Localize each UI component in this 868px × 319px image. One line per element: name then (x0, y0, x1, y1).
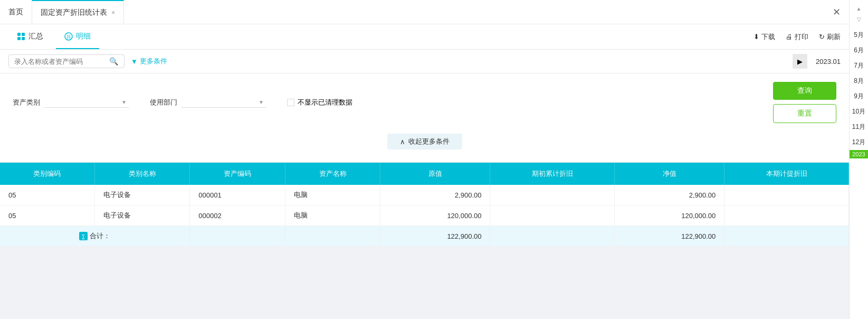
department-dropdown-icon: ▼ (259, 99, 264, 105)
cell-category-name: 电子设备 (94, 185, 189, 205)
sidebar-month-item[interactable]: 6月 (850, 43, 867, 58)
sidebar-month-item[interactable]: 5月 (850, 27, 867, 43)
year-badge: 2023 (850, 150, 868, 158)
no-cleared-label: 不显示已清理数据 (298, 98, 352, 107)
print-icon: 🖨 (786, 33, 793, 41)
refresh-button[interactable]: ↻ 刷新 (819, 32, 841, 42)
svg-rect-2 (17, 37, 21, 40)
download-label: 下载 (761, 32, 775, 42)
collapse-button[interactable]: ∧ 收起更多条件 (387, 134, 462, 149)
col-asset-name: 资产名称 (285, 163, 380, 185)
tab-detail[interactable]: 目 明细 (56, 24, 99, 49)
no-cleared-checkbox[interactable] (287, 99, 294, 106)
query-button[interactable]: 查询 (773, 82, 836, 100)
sidebar-down-arrow[interactable]: ▽ (853, 15, 865, 23)
total-net-value: 122,900.00 (615, 226, 724, 247)
collapse-row: ∧ 收起更多条件 (13, 129, 836, 154)
cell-asset-code: 000001 (190, 185, 285, 205)
cell-accumulated-depreciation (490, 205, 615, 226)
filter-button[interactable]: ▼ 更多条件 (131, 57, 167, 66)
total-current-depreciation (724, 226, 849, 247)
col-current-depreciation: 本期计提折旧 (724, 163, 849, 185)
cell-category-code: 05 (0, 205, 94, 226)
reset-button[interactable]: 重置 (773, 104, 836, 123)
cell-original-value: 2,900.00 (380, 185, 490, 205)
detail-icon: 目 (64, 32, 73, 41)
cell-asset-name: 电脑 (285, 205, 380, 226)
table-row[interactable]: 05 电子设备 000002 电脑 120,000.00 120,000.00 (0, 205, 849, 226)
total-original-value: 122,900.00 (380, 226, 490, 247)
search-bar: 🔍 ▼ 更多条件 ▶ 2023.01 (0, 50, 849, 73)
search-input[interactable] (14, 58, 109, 65)
filter-buttons: 查询 重置 (773, 82, 836, 123)
cell-original-value: 120,000.00 (380, 205, 490, 226)
asset-type-select[interactable]: ▼ (44, 97, 129, 108)
filter-row: 资产类别 ▼ 使用部门 ▼ 不显示已清理数据 查询 重置 (13, 82, 836, 123)
cell-current-depreciation (724, 185, 849, 205)
sidebar-up-arrow[interactable]: ▲ (853, 4, 865, 13)
collapse-label: 收起更多条件 (408, 137, 450, 146)
search-input-wrapper[interactable]: 🔍 (8, 54, 125, 68)
asset-type-dropdown-icon: ▼ (121, 99, 127, 105)
data-table: 类别编码 类别名称 资产编码 资产名称 原值 期初累计折旧 净值 本期计提折旧 … (0, 163, 849, 247)
tab-close-icon[interactable]: × (111, 9, 115, 16)
cell-category-name: 电子设备 (94, 205, 189, 226)
cell-current-depreciation (724, 205, 849, 226)
tab-title: 固定资产折旧统计表 (41, 8, 107, 17)
collapse-icon: ∧ (400, 138, 405, 146)
cell-accumulated-depreciation (490, 185, 615, 205)
sidebar-month-item[interactable]: 12月 (850, 135, 867, 150)
department-select[interactable]: ▼ (182, 97, 266, 108)
col-asset-code: 资产编码 (190, 163, 285, 185)
svg-rect-3 (22, 37, 25, 40)
col-category-code: 类别编码 (0, 163, 94, 185)
toolbar-actions: ⬇ 下载 🖨 打印 ↻ 刷新 (753, 32, 841, 42)
total-label-cell: ∑ 合计： (0, 226, 190, 247)
nav-arrow-right[interactable]: ▶ (793, 54, 807, 69)
total-icon: ∑ (79, 232, 88, 240)
cell-category-code: 05 (0, 185, 94, 205)
total-accumulated (490, 226, 615, 247)
cell-net-value: 2,900.00 (615, 185, 724, 205)
col-net-value: 净值 (615, 163, 724, 185)
filter-panel: 资产类别 ▼ 使用部门 ▼ 不显示已清理数据 查询 重置 (0, 73, 849, 163)
cell-asset-code: 000002 (190, 205, 285, 226)
cell-net-value: 120,000.00 (615, 205, 724, 226)
sidebar-month-item[interactable]: 10月 (850, 104, 867, 119)
total-empty-2 (285, 226, 380, 247)
col-category-name: 类别名称 (94, 163, 189, 185)
total-row: ∑ 合计： 122,900.00 122,900.00 (0, 226, 849, 247)
active-tab[interactable]: 固定资产折旧统计表 × (32, 0, 124, 24)
filter-label: 更多条件 (140, 57, 167, 66)
asset-type-filter: 资产类别 ▼ (13, 97, 129, 108)
print-button[interactable]: 🖨 打印 (786, 32, 808, 42)
svg-rect-1 (22, 33, 25, 36)
sidebar-arrows: ▲ ▽ (853, 4, 865, 23)
svg-rect-0 (17, 33, 21, 36)
table-wrapper: 类别编码 类别名称 资产编码 资产名称 原值 期初累计折旧 净值 本期计提折旧 … (0, 163, 849, 319)
top-nav: 首页 固定资产折旧统计表 × ✕ (0, 0, 849, 24)
summary-icon (17, 32, 25, 41)
table-row[interactable]: 05 电子设备 000001 电脑 2,900.00 2,900.00 (0, 185, 849, 205)
home-nav[interactable]: 首页 (8, 0, 32, 24)
download-icon: ⬇ (753, 33, 759, 41)
sidebar-month-item[interactable]: 11月 (850, 119, 867, 135)
window-close-button[interactable]: ✕ (833, 6, 841, 18)
search-icon[interactable]: 🔍 (109, 57, 118, 65)
refresh-label: 刷新 (827, 32, 841, 42)
col-accumulated-depreciation: 期初累计折旧 (490, 163, 615, 185)
refresh-icon: ↻ (819, 33, 825, 41)
table-header-row: 类别编码 类别名称 资产编码 资产名称 原值 期初累计折旧 净值 本期计提折旧 (0, 163, 849, 185)
download-button[interactable]: ⬇ 下载 (753, 32, 775, 42)
sidebar-month-item[interactable]: 7月 (850, 58, 867, 73)
filter-icon: ▼ (131, 58, 138, 65)
sidebar-month-item[interactable]: 9月 (850, 89, 867, 104)
tab-summary[interactable]: 汇总 (8, 24, 52, 49)
total-empty-1 (190, 226, 285, 247)
total-label: ∑ 合计： (8, 231, 181, 241)
asset-type-label: 资产类别 (13, 98, 40, 107)
toolbar: 汇总 目 明细 ⬇ 下载 🖨 打印 ↻ 刷新 (0, 24, 849, 50)
right-sidebar: ▲ ▽ 5月6月7月8月9月10月11月12月 2023 (849, 0, 868, 319)
sidebar-month-item[interactable]: 8月 (850, 73, 867, 89)
date-display: 2023.01 (816, 58, 841, 65)
